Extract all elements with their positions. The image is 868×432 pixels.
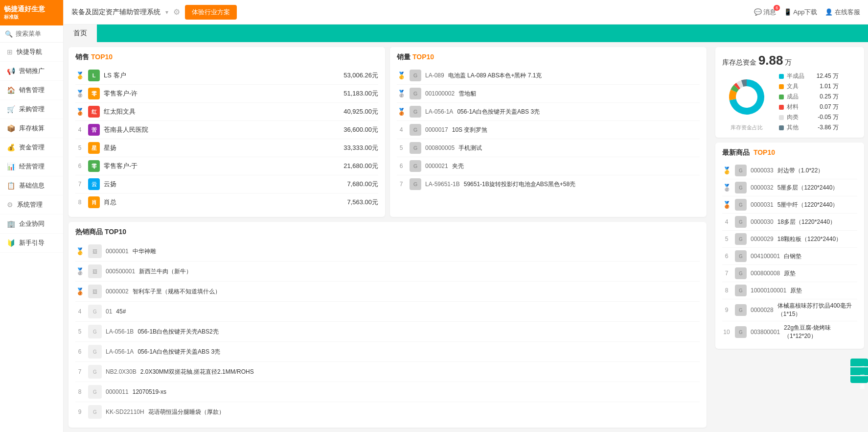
product-name: 59651-1B旋转投影灯电池盒ABS黑色+58壳 [464, 180, 700, 189]
newest-product-item: 🥇 G 0000033 封边带（1.0*22） [722, 162, 857, 179]
product-avatar: G [735, 304, 747, 316]
sidebar-item-marketing[interactable]: 📢营销推广 [0, 62, 63, 81]
legend-dot [779, 105, 784, 110]
product-avatar: G [735, 216, 747, 228]
customer-list-item: 🥈 零 零售客户-许 51,183.00元 [75, 85, 378, 103]
message-badge: 6 [774, 5, 780, 11]
customer-name: 星扬 [104, 144, 340, 152]
medal-icon: 🥈 [397, 89, 406, 98]
newest-products-card: 最新商品 TOP10 🥇 G 0000033 封边带（1.0*22） 🥈 G 0… [715, 143, 864, 349]
tab-home[interactable]: 首页 [64, 24, 97, 42]
product-code: LA-59651-1B [425, 181, 460, 188]
rank-number: 5 [397, 144, 406, 151]
sidebar-icon-quick-nav: ⊞ [7, 48, 13, 56]
product-code: 0000021 [425, 163, 448, 169]
legend-value: 1.01 万 [809, 82, 839, 91]
rank-number: 9 [75, 408, 84, 415]
legend-name: 半成品 [787, 72, 806, 80]
hot-products-list: 🥇 🖼 0000001 中华神雕 🥈 🖼 000500001 新西兰牛肉（新牛）… [75, 241, 700, 422]
legend-item: 文具 1.01 万 [779, 82, 839, 91]
legend-name: 成品 [787, 93, 806, 101]
product-image: 🖼 [88, 244, 102, 258]
sidebar-item-sales[interactable]: 🏠销售管理 [0, 81, 63, 100]
product-avatar: G [410, 124, 421, 136]
experience-btn[interactable]: 体验行业方案 [185, 5, 237, 20]
product-code: NB2.0X30B [106, 368, 137, 375]
hot-product-list-item: 🥉 🖼 0000002 智利车子里（规格不知道填什么） [75, 282, 700, 302]
main-area: 装备及固定资产辅助管理系统 ▾ ⚙ 体验行业方案 💬 消息 6 📱 App下载 … [64, 0, 868, 432]
rank-number: 4 [75, 126, 84, 133]
service-icon: 👤 [825, 8, 833, 16]
hot-products-title: 热销商品 TOP10 [75, 228, 700, 237]
sold-qty-list-item: 5 G 000800005 手机测试 [397, 139, 700, 157]
settings-icon[interactable]: ⚙ [173, 7, 180, 17]
donut-chart [722, 72, 771, 121]
product-name: 5厘中纤（1220*2440） [777, 201, 857, 209]
sidebar-item-system[interactable]: ⚙系统管理 [0, 195, 63, 215]
avatar: 红 [88, 106, 100, 118]
sidebar-item-finance[interactable]: 💰资金管理 [0, 138, 63, 157]
sold-qty-list-item: 🥈 G 001000002 雪地貂 [397, 85, 700, 103]
legend-name: 肉类 [787, 113, 806, 121]
avatar: 云 [88, 178, 100, 190]
sidebar-label-purchase: 采购管理 [19, 105, 45, 114]
product-name: 体械嘉核味苏打饮品400毫升（1*15） [777, 302, 857, 318]
sidebar: 畅捷通好生意 标准版 🔍 搜索菜单 ⊞快捷导航📢营销推广🏠销售管理🛒采购管理📦库… [0, 0, 64, 432]
sidebar-item-quick-nav[interactable]: ⊞快捷导航 [0, 43, 63, 62]
sidebar-item-inventory[interactable]: 📦库存核算 [0, 119, 63, 138]
rank-number: 10 [722, 329, 731, 336]
product-avatar: G [410, 178, 421, 190]
sidebar-item-operations[interactable]: 📊经营管理 [0, 157, 63, 176]
sidebar-label-marketing: 营销推广 [19, 67, 45, 75]
legend-dot [779, 95, 784, 99]
product-code: LA-056-1A [106, 348, 134, 355]
sidebar-item-basic-info[interactable]: 📋基础信息 [0, 176, 63, 195]
customer-name: 云扬 [104, 180, 343, 189]
sidebar-search[interactable]: 🔍 搜索菜单 [0, 25, 63, 43]
product-name: 智利车子里（规格不知道填什么） [133, 288, 700, 296]
legend-value: 12.45 万 [809, 72, 839, 80]
sidebar-icon-basic-info: 📋 [7, 182, 15, 190]
sidebar-item-purchase[interactable]: 🛒采购管理 [0, 100, 63, 119]
sidebar-item-guide[interactable]: 🔰新手引导 [0, 234, 63, 253]
sidebar-icon-finance: 💰 [7, 144, 15, 151]
rank-number: 9 [722, 307, 731, 313]
rank-number: 7 [722, 270, 731, 277]
product-code: LA-089 [425, 72, 444, 79]
sidebar-icon-sales: 🏠 [7, 86, 15, 94]
customer-amount: 40,925.00元 [343, 107, 378, 116]
legend-dot [779, 125, 784, 130]
online-service-btn[interactable]: 👤 在线客服 [825, 8, 860, 17]
product-placeholder: G [88, 365, 102, 379]
product-code: 0000001 [106, 248, 129, 255]
sidebar-item-corp-collab[interactable]: 🏢企业协同 [0, 215, 63, 234]
customer-list-item: 8 肖 肖总 7,563.00元 [75, 193, 378, 211]
avatar: 星 [88, 142, 100, 154]
product-name: 45# [116, 308, 700, 315]
dropdown-arrow-icon[interactable]: ▾ [165, 9, 168, 16]
avatar: 肖 [88, 196, 100, 208]
float-service-btn[interactable]: 客服热线 [850, 359, 868, 366]
product-name: 056-1B白色按键开关壳ABS2壳 [137, 328, 700, 336]
float-service-btn[interactable]: 服务社区 [850, 367, 868, 375]
app-icon: 📱 [784, 8, 792, 16]
rank-number: 8 [75, 388, 84, 395]
rank-number: 7 [75, 181, 84, 188]
float-service-btn[interactable]: 直播 [850, 376, 868, 383]
logo-subtitle: 标准版 [4, 14, 19, 21]
product-name: 封边带（1.0*22） [777, 167, 857, 175]
product-code: 004100001 [751, 253, 780, 260]
newest-products-list: 🥇 G 0000033 封边带（1.0*22） 🥈 G 0000032 5厘多层… [722, 162, 857, 343]
product-code: 0000033 [751, 167, 774, 174]
rank-number: 7 [75, 368, 84, 375]
customer-list-item: 5 星 星扬 33,333.00元 [75, 139, 378, 157]
app-download-btn[interactable]: 📱 App下载 [784, 8, 817, 17]
legend-item: 成品 0.25 万 [779, 93, 839, 101]
legend-item: 半成品 12.45 万 [779, 72, 839, 80]
message-btn[interactable]: 💬 消息 6 [754, 8, 777, 17]
legend-value: 0.25 万 [809, 93, 839, 101]
customer-amount: 53,006.26元 [343, 71, 378, 80]
product-name: 手机测试 [458, 144, 700, 152]
rank-number: 5 [75, 328, 84, 335]
product-image: 🖼 [88, 264, 102, 278]
